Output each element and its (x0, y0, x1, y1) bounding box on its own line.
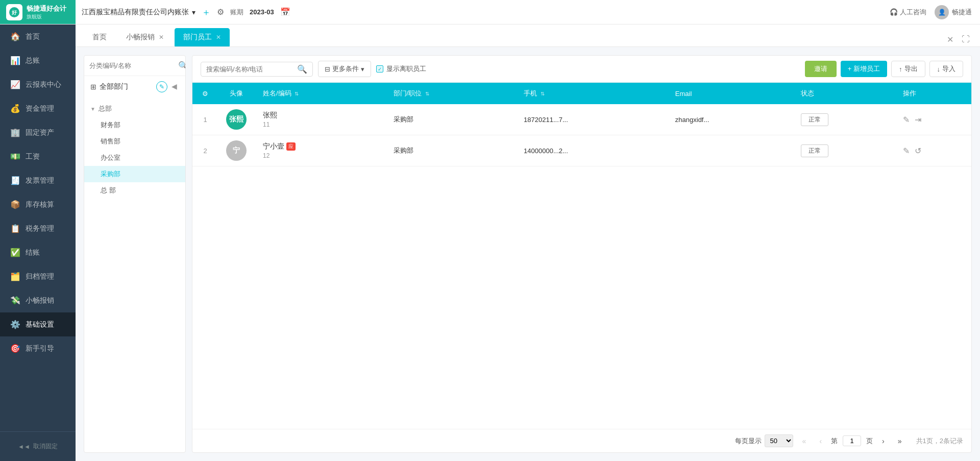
first-page-btn[interactable]: « (798, 436, 811, 446)
dept-tree-hq2[interactable]: 总 部 (84, 182, 185, 199)
sidebar-item-salary[interactable]: 💵 工资 (0, 144, 76, 168)
page-label: 第 (831, 436, 838, 446)
guide-icon: 🎯 (10, 344, 20, 353)
row-1-edit-icon[interactable]: ✎ (903, 115, 910, 125)
sort-dept-icon: ⇅ (425, 91, 429, 96)
service-btn[interactable]: 🎧 人工咨询 (890, 8, 926, 17)
prev-page-btn[interactable]: ‹ (815, 436, 826, 446)
tab-home[interactable]: 首页 (84, 28, 115, 46)
sidebar-item-ledger[interactable]: 📊 总账 (0, 48, 76, 72)
logo-area: 好 畅捷通好会计 旗舰版 (0, 0, 76, 24)
row-2-name-wrap: 宁小壹 应 (263, 142, 296, 151)
page-input[interactable] (843, 435, 861, 446)
col-mobile-label: 手机 (524, 89, 537, 97)
content-area: 首页 小畅报销 ✕ 部门员工 ✕ ✕ ⛶ 🔍 (76, 25, 980, 461)
add-icon[interactable]: ＋ (202, 6, 211, 18)
sidebar-item-finance[interactable]: 💰 资金管理 (0, 96, 76, 120)
col-avatar: 头像 (218, 83, 255, 104)
row-2-edit-icon[interactable]: ✎ (903, 146, 910, 156)
cancel-pin-label: 取消固定 (33, 442, 58, 451)
sort-name-icon: ⇅ (295, 91, 299, 96)
resigned-checkbox[interactable]: ✓ (376, 65, 383, 72)
dept-tree-sales[interactable]: 销售部 (84, 133, 185, 150)
emp-search-input[interactable] (206, 65, 294, 73)
tab-dept-close[interactable]: ✕ (216, 34, 221, 41)
show-resigned-toggle[interactable]: ✓ 显示离职员工 (376, 64, 426, 74)
sidebar-item-inventory[interactable]: 📦 库存核算 (0, 192, 76, 216)
add-dept-btn[interactable]: ✎ (156, 81, 167, 92)
sidebar-item-guide[interactable]: 🎯 新手引导 (0, 336, 76, 360)
add-emp-btn[interactable]: + 新增员工 (841, 61, 887, 77)
dept-tree-purchase[interactable]: 采购部 (84, 166, 185, 182)
salary-icon: 💵 (10, 152, 20, 161)
row-1-status: 正常 (793, 104, 895, 135)
sidebar-item-archive[interactable]: 🗂️ 归档管理 (0, 264, 76, 288)
tab-dept-label: 部门员工 (183, 33, 212, 42)
sidebar-item-cloud-report[interactable]: 📈 云报表中心 (0, 72, 76, 96)
dept-tree-parent-hq[interactable]: ▼ 总部 (84, 101, 185, 117)
sidebar: 🏠 首页 📊 总账 📈 云报表中心 💰 资金管理 🏢 固定资产 💵 工资 🧾 发… (0, 25, 76, 461)
close-tab-icon[interactable]: ✕ (945, 33, 955, 46)
user-area[interactable]: 👤 畅捷通 (935, 5, 972, 19)
page-suffix: 页 (866, 436, 873, 446)
row-2-delete-icon[interactable]: ↺ (915, 146, 921, 156)
col-name-code[interactable]: 姓名/编码 ⇅ (255, 83, 385, 104)
tab-dept-emp[interactable]: 部门员工 ✕ (175, 28, 230, 46)
emp-search-icon[interactable]: 🔍 (297, 64, 307, 74)
expense-icon: 💸 (10, 296, 20, 305)
sort-mobile-icon: ⇅ (541, 91, 545, 96)
page-size-select[interactable]: 50 100 200 (765, 434, 793, 447)
sidebar-item-close-account[interactable]: ✅ 结账 (0, 240, 76, 264)
export-btn[interactable]: ↑ 导出 (891, 61, 925, 77)
invoice-icon: 🧾 (10, 176, 20, 185)
expand-tab-icon[interactable]: ⛶ (960, 33, 972, 46)
invite-btn[interactable]: 邀请 (805, 61, 837, 77)
dept-hq2-label: 总 部 (101, 186, 116, 195)
settings-icon[interactable]: ⚙ (217, 7, 224, 17)
dept-tree-office[interactable]: 办公室 (84, 150, 185, 166)
sidebar-item-expense[interactable]: 💸 小畅报销 (0, 288, 76, 312)
col-dept[interactable]: 部门/职位 ⇅ (385, 83, 516, 104)
import-icon: ↓ (937, 65, 941, 73)
sidebar-item-invoice[interactable]: 🧾 发票管理 (0, 168, 76, 192)
tab-expense[interactable]: 小畅报销 ✕ (117, 28, 173, 46)
sidebar-label-settings: 基础设置 (26, 320, 54, 329)
dropdown-icon: ▾ (192, 8, 195, 16)
table-row: 1 张熙 张熙 11 (192, 104, 971, 135)
all-dept-label[interactable]: ⊞ 全部部门 (90, 82, 128, 91)
sidebar-label-tax: 税务管理 (26, 224, 54, 233)
sidebar-item-settings[interactable]: ⚙️ 基础设置 (0, 312, 76, 336)
col-settings[interactable]: ⚙ (192, 83, 218, 104)
sidebar-label-guide: 新手引导 (26, 344, 54, 353)
pagination-bar: 每页显示 50 100 200 « ‹ 第 页 › » 共1页，2条记录 (192, 429, 971, 452)
ledger-icon: 📊 (10, 56, 20, 65)
col-status: 状态 (793, 83, 895, 104)
col-mobile[interactable]: 手机 ⇅ (516, 83, 667, 104)
cancel-pin-btn[interactable]: ◄◄ 取消固定 (0, 437, 76, 456)
tab-expense-close[interactable]: ✕ (159, 34, 164, 41)
top-bar-right: 🎧 人工咨询 👤 畅捷通 (890, 5, 972, 19)
import-btn[interactable]: ↓ 导入 (929, 61, 964, 77)
next-page-btn[interactable]: › (878, 436, 889, 446)
row-1-logout-icon[interactable]: ⇥ (915, 115, 921, 125)
collapse-dept-btn[interactable]: ◀ (169, 81, 179, 92)
dept-parent-label: 总部 (99, 104, 112, 113)
sidebar-item-tax[interactable]: 📋 税务管理 (0, 216, 76, 240)
dept-search-icon[interactable]: 🔍 (178, 61, 186, 70)
grid-icon: ⊞ (90, 83, 96, 91)
sidebar-item-home[interactable]: 🏠 首页 (0, 25, 76, 48)
last-page-btn[interactable]: » (894, 436, 906, 446)
svg-text:好: 好 (11, 10, 17, 15)
col-actions: 操作 (895, 83, 971, 104)
dept-tree-finance[interactable]: 财务部 (84, 117, 185, 133)
sidebar-label-archive: 归档管理 (26, 272, 54, 281)
company-selector[interactable]: 江西服宝精品有限责任公司内账张 ▾ (82, 8, 195, 17)
collapse-arrow-hq: ▼ (90, 106, 95, 112)
dept-search-input[interactable] (89, 62, 175, 69)
row-2-action-btns: ✎ ↺ (903, 146, 963, 156)
sidebar-item-asset[interactable]: 🏢 固定资产 (0, 120, 76, 144)
calendar-icon[interactable]: 📅 (280, 7, 290, 17)
col-settings-icon[interactable]: ⚙ (202, 90, 208, 98)
filter-btn[interactable]: ⊟ 更多条件 ▾ (318, 61, 371, 77)
page-content: 🔍 ⊞ 全部部门 ✎ ◀ ▼ 总部 (76, 47, 980, 461)
